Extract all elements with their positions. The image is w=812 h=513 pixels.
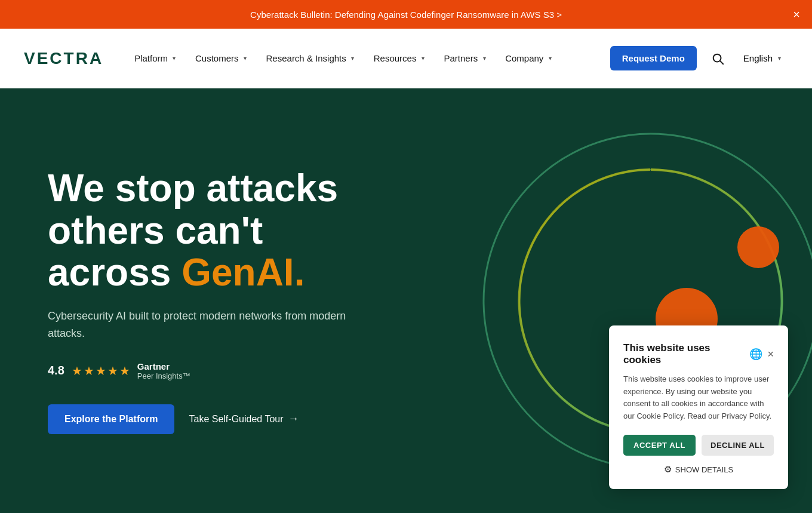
hero-subtext: Cybersecurity AI built to protect modern…	[48, 308, 346, 342]
nav-links: Platform ▾ Customers ▾ Research & Insigh…	[127, 48, 610, 68]
main-nav: VECTRA Platform ▾ Customers ▾ Research &…	[0, 29, 812, 88]
chevron-down-icon: ▾	[170, 54, 179, 63]
nav-item-customers[interactable]: Customers ▾	[188, 48, 257, 68]
rating-number: 4.8	[48, 364, 64, 377]
nav-item-research-label: Research & Insights	[266, 53, 346, 63]
nav-item-partners-label: Partners	[444, 53, 478, 63]
chevron-down-icon: ▾	[480, 54, 488, 63]
chevron-down-icon: ▾	[546, 54, 554, 63]
hero-content: We stop attacks others can't across GenA…	[0, 119, 394, 482]
decline-all-button[interactable]: DECLINE ALL	[702, 435, 774, 456]
cookie-modal: This website uses cookies 🌐 × This websi…	[609, 325, 788, 489]
search-button[interactable]	[706, 47, 729, 70]
star-1: ★	[72, 364, 82, 378]
hero-heading-accent: GenAI.	[182, 251, 304, 294]
gartner-info: Gartner Peer Insights™	[137, 361, 190, 380]
logo[interactable]: VECTRA	[24, 49, 103, 68]
star-5: ★	[119, 364, 130, 378]
hero-section: We stop attacks others can't across GenA…	[0, 88, 812, 513]
nav-item-platform[interactable]: Platform ▾	[127, 48, 186, 68]
gear-icon: ⚙	[664, 464, 672, 475]
svg-line-1	[720, 61, 723, 64]
announcement-banner: Cyberattack Bulletin: Defending Against …	[0, 0, 812, 29]
gartner-sub: Peer Insights™	[137, 371, 190, 380]
chevron-down-icon: ▾	[419, 54, 427, 63]
nav-actions: Request Demo English ▾	[610, 46, 788, 70]
cookie-body: This website uses cookies to improve use…	[623, 373, 774, 423]
star-3: ★	[96, 364, 106, 378]
self-guided-tour-button[interactable]: Take Self-Guided Tour →	[189, 413, 299, 425]
nav-item-research[interactable]: Research & Insights ▾	[259, 48, 364, 68]
hero-heading-line2: others can't	[48, 209, 263, 252]
cookie-header: This website uses cookies 🌐 ×	[623, 342, 774, 366]
hero-heading-line3-plain: across	[48, 251, 182, 294]
hero-buttons: Explore the Platform Take Self-Guided To…	[48, 404, 346, 434]
globe-icon: 🌐	[749, 348, 762, 361]
chevron-down-icon: ▾	[775, 54, 783, 63]
nav-item-resources-label: Resources	[374, 53, 417, 63]
cookie-title: This website uses cookies	[623, 342, 749, 366]
nav-item-company-label: Company	[505, 53, 543, 63]
rating-row: 4.8 ★ ★ ★ ★ ★ Gartner Peer Insights™	[48, 361, 346, 380]
banner-text[interactable]: Cyberattack Bulletin: Defending Against …	[24, 10, 788, 20]
nav-item-partners[interactable]: Partners ▾	[436, 48, 496, 68]
logo-text: VECTRA	[24, 49, 103, 68]
cookie-close-button[interactable]: ×	[767, 349, 774, 360]
arrow-right-icon: →	[288, 413, 299, 425]
svg-point-4	[737, 226, 779, 268]
star-4: ★	[107, 364, 118, 378]
search-icon	[711, 52, 724, 65]
show-details-row[interactable]: ⚙ SHOW DETAILS	[623, 464, 774, 475]
accept-all-button[interactable]: ACCEPT ALL	[623, 435, 696, 456]
nav-item-customers-label: Customers	[195, 53, 239, 63]
hero-heading-line1: We stop attacks	[48, 167, 338, 210]
nav-item-company[interactable]: Company ▾	[498, 48, 561, 68]
stars: ★ ★ ★ ★ ★	[72, 364, 130, 378]
explore-platform-button[interactable]: Explore the Platform	[48, 404, 174, 434]
show-details-label: SHOW DETAILS	[675, 465, 733, 474]
request-demo-button[interactable]: Request Demo	[610, 46, 697, 70]
cookie-header-icons: 🌐 ×	[749, 348, 774, 361]
nav-item-resources[interactable]: Resources ▾	[367, 48, 435, 68]
nav-item-platform-label: Platform	[134, 53, 168, 63]
cookie-buttons: ACCEPT ALL DECLINE ALL	[623, 435, 774, 456]
chevron-down-icon: ▾	[241, 54, 250, 63]
star-2: ★	[84, 364, 94, 378]
language-selector[interactable]: English ▾	[739, 48, 788, 68]
hero-heading: We stop attacks others can't across GenA…	[48, 167, 346, 293]
language-label: English	[743, 53, 773, 63]
gartner-name: Gartner	[137, 361, 190, 371]
chevron-down-icon: ▾	[349, 54, 357, 63]
banner-close-button[interactable]: ×	[793, 8, 800, 20]
tour-label: Take Self-Guided Tour	[189, 414, 283, 425]
